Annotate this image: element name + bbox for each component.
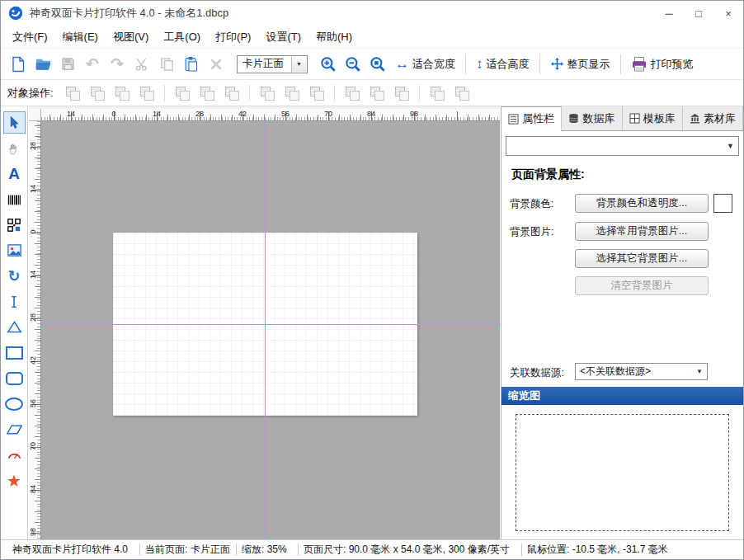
pan-tool[interactable] <box>3 137 26 159</box>
v-ruler-label: 98 <box>29 526 37 538</box>
delete-button[interactable] <box>204 52 228 77</box>
menu-help[interactable]: 帮助(H) <box>308 26 360 48</box>
close-button[interactable]: × <box>713 1 743 26</box>
open-document-button[interactable] <box>31 52 55 77</box>
align-top-icon[interactable] <box>257 83 277 103</box>
database-icon <box>568 113 579 124</box>
same-width-icon[interactable] <box>342 83 362 103</box>
paste-icon <box>183 56 200 73</box>
menu-edit[interactable]: 编辑(E) <box>55 26 106 48</box>
redo-button[interactable]: ↷ <box>105 52 129 77</box>
save-button[interactable] <box>55 52 80 77</box>
rotate-tool[interactable]: ↻ <box>3 265 26 287</box>
cut-button[interactable] <box>129 52 154 77</box>
text-tool[interactable]: A <box>3 162 26 185</box>
tab-materials[interactable]: 素材库 <box>683 106 743 130</box>
clear-bg-button[interactable]: 清空背景图片 <box>575 276 709 295</box>
distribute-vertical-icon[interactable] <box>452 83 472 103</box>
print-preview-button[interactable]: 打印预览 <box>631 56 694 73</box>
print-preview-label: 打印预览 <box>651 57 694 72</box>
triangle-icon <box>7 319 22 335</box>
tab-properties[interactable]: 属性栏 <box>501 106 562 131</box>
tab-label: 属性栏 <box>522 111 554 126</box>
align-middle-vertical-icon[interactable] <box>282 83 302 103</box>
bg-color-swatch[interactable] <box>713 194 732 213</box>
menu-view[interactable]: 视图(V) <box>106 26 156 48</box>
arc-gauge-icon <box>7 447 22 463</box>
image-tool[interactable] <box>3 239 26 261</box>
zoom-out-button[interactable] <box>341 52 365 77</box>
bg-color-button[interactable]: 背景颜色和透明度... <box>575 194 709 213</box>
separator <box>419 85 420 101</box>
barcode-tool[interactable] <box>3 188 26 210</box>
undo-button[interactable]: ↶ <box>80 52 105 77</box>
qrcode-icon <box>7 218 21 233</box>
datasource-dropdown[interactable]: <不关联数据源> ▼ <box>575 363 708 380</box>
status-page-size: 页面尺寸: 90.0 毫米 x 54.0 毫米, 300 像素/英寸 <box>299 543 521 557</box>
star-tool[interactable]: ★ <box>3 469 26 492</box>
tab-templates[interactable]: 模板库 <box>623 106 683 130</box>
zoom-selection-icon <box>369 55 387 73</box>
cut-icon <box>134 56 150 72</box>
menu-tools[interactable]: 工具(O) <box>156 26 208 48</box>
horizontal-ruler: 14014284256708498 <box>41 109 500 121</box>
same-height-icon[interactable] <box>367 83 387 103</box>
minimize-button[interactable]: ─ <box>654 1 684 26</box>
select-common-bg-button[interactable]: 选择常用背景图片... <box>575 222 709 241</box>
separator <box>164 85 165 101</box>
menu-settings[interactable]: 设置(T) <box>258 26 308 48</box>
status-current-page: 当前页面: 卡片正面 <box>140 543 236 557</box>
align-center-horizontal-icon[interactable] <box>197 83 217 103</box>
fit-height-button[interactable]: ↕ 适合高度 <box>476 57 530 72</box>
menu-print[interactable]: 打印(P) <box>208 26 258 48</box>
same-size-icon[interactable] <box>392 83 412 103</box>
thumbnail-preview <box>516 414 729 531</box>
ruler-corner <box>29 109 41 121</box>
v-ruler-label: 70 <box>29 440 37 452</box>
canvas-area[interactable]: 14014284256708498 2814014284256708498 <box>29 106 500 539</box>
object-selector-dropdown[interactable]: ▼ <box>506 136 739 156</box>
properties-icon <box>508 114 519 125</box>
chevron-down-icon[interactable]: ▼ <box>291 57 306 72</box>
distribute-horizontal-icon[interactable] <box>427 83 447 103</box>
tab-database[interactable]: 数据库 <box>562 106 622 130</box>
paste-button[interactable] <box>179 52 204 77</box>
select-tool[interactable] <box>3 111 26 134</box>
page-selector-dropdown[interactable]: 卡片正面 ▼ <box>237 55 308 73</box>
rounded-rectangle-tool[interactable] <box>3 367 26 389</box>
separator <box>249 85 250 101</box>
zoom-in-button[interactable] <box>316 52 341 77</box>
full-page-button[interactable]: 整页显示 <box>550 57 610 72</box>
line-tool[interactable] <box>3 290 26 313</box>
fit-width-button[interactable]: ↔ 适合宽度 <box>395 57 455 72</box>
menu-file[interactable]: 文件(F) <box>5 26 55 48</box>
select-other-bg-button[interactable]: 选择其它背景图片... <box>575 249 709 268</box>
save-icon <box>60 56 76 72</box>
new-document-button[interactable] <box>6 52 31 77</box>
panel-tabs: 属性栏 数据库 模板库 <box>501 106 743 131</box>
v-ruler-label: 28 <box>29 140 37 152</box>
triangle-tool[interactable] <box>3 316 26 338</box>
maximize-button[interactable]: □ <box>684 1 713 26</box>
arc-tool[interactable] <box>3 444 26 466</box>
align-bottom-icon[interactable] <box>307 83 327 103</box>
align-right-icon[interactable] <box>222 83 242 103</box>
qrcode-tool[interactable] <box>3 214 26 236</box>
duplicate-icon[interactable] <box>63 83 82 103</box>
tab-label: 模板库 <box>643 111 676 126</box>
copy-button[interactable] <box>154 52 179 77</box>
full-page-label: 整页显示 <box>567 57 610 72</box>
vertical-guide-line <box>265 121 266 539</box>
zoom-selection-button[interactable] <box>365 52 390 77</box>
fit-height-label: 适合高度 <box>487 57 530 72</box>
copy-object-icon[interactable] <box>87 83 107 103</box>
ellipse-tool[interactable] <box>3 393 26 415</box>
window-title: 神奇双面卡片打印软件 4.0 - 未命名1.dbcp <box>30 6 228 21</box>
align-left-icon[interactable] <box>172 83 192 103</box>
paste-object-icon[interactable] <box>112 83 132 103</box>
parallelogram-tool[interactable] <box>3 418 26 440</box>
clone-icon[interactable] <box>137 83 157 103</box>
bg-image-label: 背景图片: <box>510 225 553 239</box>
chevron-down-icon: ▼ <box>696 368 703 375</box>
rectangle-tool[interactable] <box>3 341 26 364</box>
